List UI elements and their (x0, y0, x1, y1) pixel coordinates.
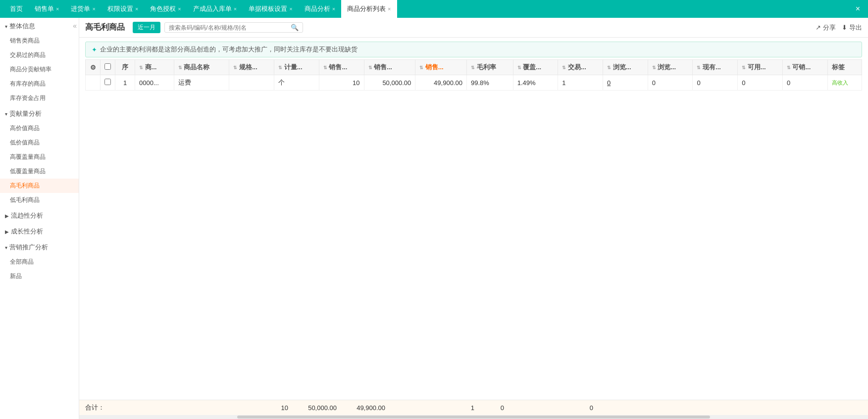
col-header-code[interactable]: ⇅ 商... (135, 60, 174, 75)
page-title: 高毛利商品 (85, 22, 125, 33)
sidebar-item-high-profit[interactable]: 高毛利商品 (0, 179, 79, 193)
share-button[interactable]: ↗ 分享 (816, 23, 836, 32)
col-header-available[interactable]: ⇅ 可用... (738, 60, 783, 75)
nav-item-product-analysis-list[interactable]: 商品分析列表 × (341, 0, 397, 18)
col-header-current-stock[interactable]: ⇅ 现有... (693, 60, 738, 75)
nav-close-permission[interactable]: × (135, 6, 138, 12)
col-header-spec[interactable]: ⇅ 规格... (229, 60, 274, 75)
nav-item-sales[interactable]: 销售单 × (29, 0, 65, 18)
export-icon: ⬇ (842, 24, 847, 31)
row-current-stock: 0 (693, 75, 738, 91)
row-saleable: 0 (782, 75, 827, 91)
nav-close-purchase[interactable]: × (92, 6, 95, 12)
row-settings[interactable] (86, 75, 101, 91)
search-icon[interactable]: 🔍 (291, 24, 299, 31)
footer-trade: 1 (445, 404, 474, 412)
col-header-browse1[interactable]: ⇅ 浏览... (603, 60, 648, 75)
col-header-settings[interactable]: ⚙ (86, 60, 101, 75)
footer-saleable: 0 (563, 404, 593, 412)
sidebar-item-new-goods[interactable]: 新品 (0, 269, 79, 283)
horizontal-scrollbar[interactable] (79, 415, 868, 419)
sidebar-item-stock-capital[interactable]: 库存资金占用 (0, 91, 79, 105)
nav-close-product-analysis-list[interactable]: × (388, 6, 391, 12)
row-coverage: 1.49% (513, 75, 558, 91)
row-name: 运费 (174, 75, 229, 91)
row-code: 0000... (135, 75, 174, 91)
col-header-name[interactable]: ⇅ 商品名称 (174, 60, 229, 75)
nav-close-role[interactable]: × (178, 6, 181, 12)
footer-browse2: 0 (474, 404, 504, 412)
col-header-unit[interactable]: ⇅ 计量... (274, 60, 319, 75)
nav-item-product-analysis[interactable]: 商品分析 × (299, 0, 341, 18)
content-area: 高毛利商品 近一月 🔍 ↗ 分享 ⬇ 导出 ✦ 企业的主要的利润都是这部分商品创… (79, 18, 868, 419)
col-header-sales-qty[interactable]: ⇅ 销售... (319, 60, 364, 75)
sidebar-item-high-coverage[interactable]: 高覆盖量商品 (0, 150, 79, 164)
table-row: 1 0000... 运费 个 10 50,000.00 49,900.00 99… (86, 75, 862, 91)
export-button[interactable]: ⬇ 导出 (842, 23, 862, 32)
arrow-icon-contribution: ▾ (5, 111, 7, 117)
col-header-check[interactable] (101, 60, 115, 75)
period-button[interactable]: 近一月 (133, 22, 160, 33)
nav-close-product-analysis[interactable]: × (332, 6, 335, 12)
col-header-coverage[interactable]: ⇅ 覆盖... (513, 60, 558, 75)
sidebar-group-contribution[interactable]: ▾ 贡献量分析 (0, 105, 79, 121)
sidebar-group-overall[interactable]: ▾ 整体信息 (0, 18, 79, 34)
nav-item-product-inbound[interactable]: 产成品入库单 × (187, 0, 243, 18)
info-icon: ✦ (92, 46, 97, 53)
main-area: « ▾ 整体信息 销售类商品 交易过的商品 商品分贡献销率 有库存的商品 库存资… (0, 18, 868, 419)
window-close-button[interactable]: × (852, 4, 864, 13)
sidebar-item-in-stock[interactable]: 有库存的商品 (0, 77, 79, 91)
col-header-sales-profit[interactable]: ⇅ 销售... (415, 60, 467, 75)
col-header-saleable[interactable]: ⇅ 可销... (782, 60, 827, 75)
nav-item-template[interactable]: 单据模板设置 × (243, 0, 298, 18)
nav-item-purchase[interactable]: 进货单 × (65, 0, 101, 18)
col-header-gross-rate[interactable]: ⇅ 毛利率 (466, 60, 513, 75)
row-sales-amount: 50,000.00 (364, 75, 415, 91)
footer-label: 合计： (85, 403, 115, 412)
row-browse2: 0 (648, 75, 693, 91)
nav-close-sales[interactable]: × (56, 6, 59, 12)
row-sales-qty: 10 (319, 75, 364, 91)
nav-item-role[interactable]: 角色授权 × (144, 0, 187, 18)
row-check[interactable] (101, 75, 115, 91)
sidebar-item-traded-goods[interactable]: 交易过的商品 (0, 48, 79, 62)
sidebar-item-low-value[interactable]: 低价值商品 (0, 136, 79, 150)
sidebar-item-high-value[interactable]: 高价值商品 (0, 121, 79, 136)
arrow-icon-marketing: ▾ (5, 245, 7, 250)
share-icon: ↗ (816, 24, 821, 31)
sidebar-group-trend[interactable]: ▶ 流趋性分析 (0, 207, 79, 223)
select-all-checkbox[interactable] (104, 63, 111, 70)
data-table: ⚙ 序 ⇅ 商... ⇅ 商品名称 ⇅ 规格... ⇅ 计量... ⇅ 销售..… (85, 59, 862, 91)
footer-sales-amount: 50,000.00 (292, 404, 337, 412)
col-header-trade[interactable]: ⇅ 交易... (558, 60, 603, 75)
row-gross-rate: 99.8% (466, 75, 513, 91)
sidebar-collapse-button[interactable]: « (73, 22, 77, 30)
sidebar-group-growth[interactable]: ▶ 成长性分析 (0, 223, 79, 239)
footer-sales-profit: 49,900.00 (341, 404, 385, 412)
search-box: 🔍 (164, 22, 303, 33)
sidebar: « ▾ 整体信息 销售类商品 交易过的商品 商品分贡献销率 有库存的商品 库存资… (0, 18, 79, 419)
nav-close-template[interactable]: × (289, 6, 292, 12)
sidebar-item-contribution-rate[interactable]: 商品分贡献销率 (0, 62, 79, 77)
row-available: 0 (738, 75, 783, 91)
row-browse1[interactable]: 0 (603, 75, 648, 91)
row-sales-profit: 49,900.00 (415, 75, 467, 91)
nav-item-permission[interactable]: 权限设置 × (102, 0, 144, 18)
search-input[interactable] (169, 24, 291, 31)
nav-close-product-inbound[interactable]: × (234, 6, 237, 12)
scrollbar-thumb[interactable] (237, 416, 711, 419)
row-spec (229, 75, 274, 91)
col-header-sales-amount[interactable]: ⇅ 销售... (364, 60, 415, 75)
sidebar-item-sales-goods[interactable]: 销售类商品 (0, 34, 79, 48)
info-banner: ✦ 企业的主要的利润都是这部分商品创造的，可考虑加大推广，同时关注库存是不要出现… (85, 42, 862, 57)
arrow-icon-overall: ▾ (5, 24, 7, 29)
sidebar-group-marketing[interactable]: ▾ 营销推广分析 (0, 239, 79, 255)
row-unit: 个 (274, 75, 319, 91)
nav-item-home[interactable]: 首页 (4, 0, 29, 18)
footer-sales-qty: 10 (263, 404, 288, 412)
sidebar-item-low-profit[interactable]: 低毛利商品 (0, 193, 79, 207)
sidebar-item-low-coverage[interactable]: 低覆盖量商品 (0, 164, 79, 179)
sidebar-item-all-goods[interactable]: 全部商品 (0, 255, 79, 269)
nav-bar: 首页 销售单 × 进货单 × 权限设置 × 角色授权 × 产成品入库单 × 单据… (0, 0, 868, 18)
col-header-browse2[interactable]: ⇅ 浏览... (648, 60, 693, 75)
